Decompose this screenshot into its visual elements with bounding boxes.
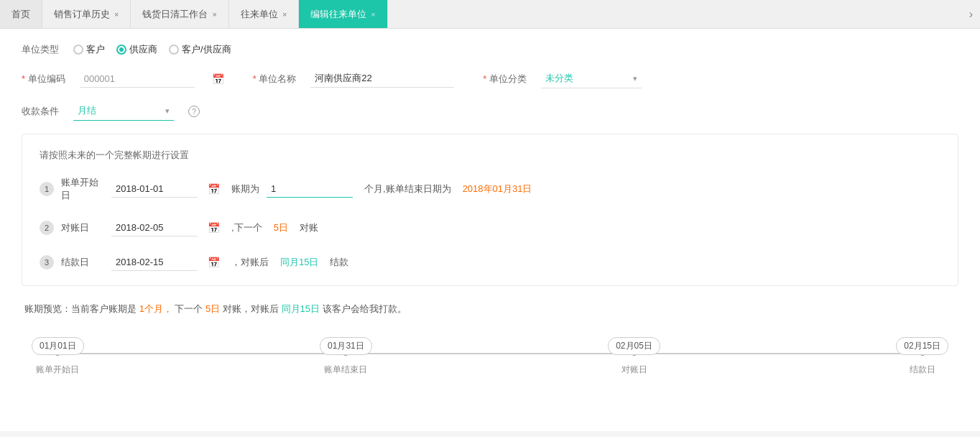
payment-value: 月结 bbox=[78, 104, 162, 117]
radio-supplier-label: 供应商 bbox=[129, 43, 157, 56]
reconcile-suffix-mid: 对账 bbox=[300, 221, 318, 234]
period-suffix-mid: 个月,账单结束日期为 bbox=[364, 183, 451, 196]
category-dropdown-icon: ▾ bbox=[633, 74, 637, 83]
tab-cash-workbench-close[interactable]: × bbox=[212, 10, 216, 19]
payment-date-cal-icon[interactable]: 📅 bbox=[208, 257, 220, 268]
period-row-3-label: 结款日 bbox=[61, 256, 104, 269]
period-row-2-label: 对账日 bbox=[61, 221, 104, 234]
tab-partner-close[interactable]: × bbox=[282, 10, 287, 19]
timeline-point-4: 02月15日 结款日 bbox=[896, 334, 948, 376]
timeline-badge-3: 02月05日 bbox=[608, 337, 660, 355]
timeline-point-2: 01月31日 账单结束日 bbox=[320, 334, 372, 376]
preview-text: 账期预览：当前客户账期是 1个月， 下一个 5日 对账，对账后 同月15日 该客… bbox=[24, 300, 956, 317]
tab-expand-btn[interactable]: › bbox=[962, 0, 980, 28]
period-row-3-num: 3 bbox=[40, 255, 54, 270]
period-row-2: 2 对账日 📅 ,下一个 5日 对账 bbox=[40, 219, 940, 236]
code-input[interactable] bbox=[80, 70, 195, 88]
period-months-input[interactable] bbox=[267, 180, 353, 198]
preview-part3-highlight: 同月15日 bbox=[282, 303, 320, 314]
main-content: 单位类型 客户 供应商 客户/供应商 单位编码 📅 单位名称 单位分类 未分类 … bbox=[0, 29, 980, 431]
period-section: 请按照未来的一个完整帐期进行设置 1 账单开始日 📅 账期为 个月,账单结束日期… bbox=[22, 134, 958, 286]
tab-cash-workbench-label: 钱货日清工作台 bbox=[142, 8, 208, 21]
category-select[interactable]: 未分类 ▾ bbox=[541, 69, 642, 88]
payment-date-input[interactable] bbox=[111, 254, 198, 271]
payment-label: 收款条件 bbox=[22, 105, 59, 118]
tab-home[interactable]: 首页 bbox=[0, 0, 42, 28]
category-value: 未分类 bbox=[545, 72, 630, 85]
payment-day-highlight: 同月15日 bbox=[280, 256, 318, 269]
payment-dropdown-icon: ▾ bbox=[165, 106, 170, 116]
preview-label: 账期预览：当前客户账期是 bbox=[24, 303, 137, 314]
radio-supplier-circle bbox=[116, 45, 126, 55]
timeline-point-3: 02月05日 对账日 bbox=[608, 334, 660, 376]
unit-type-label: 单位类型 bbox=[22, 43, 59, 56]
reconcile-date-input[interactable] bbox=[111, 219, 198, 236]
timeline-container: 01月01日 账单开始日 01月31日 账单结束日 02月05日 对账日 02月… bbox=[24, 334, 956, 376]
name-input[interactable] bbox=[310, 70, 454, 88]
unit-type-radio-group: 客户 供应商 客户/供应商 bbox=[73, 43, 231, 56]
start-date-cal-icon[interactable]: 📅 bbox=[208, 183, 220, 195]
tab-edit-partner[interactable]: 编辑往来单位 × bbox=[299, 0, 387, 28]
radio-both[interactable]: 客户/供应商 bbox=[169, 43, 231, 56]
tab-sales-history-label: 销售订单历史 bbox=[54, 8, 110, 21]
name-label: 单位名称 bbox=[253, 73, 297, 86]
preview-part2-pre: 下一个 bbox=[175, 303, 203, 314]
period-row-2-num: 2 bbox=[40, 221, 54, 235]
timeline-label-3: 对账日 bbox=[621, 364, 647, 376]
code-calendar-icon[interactable]: 📅 bbox=[212, 73, 224, 85]
timeline-badge-2: 01月31日 bbox=[320, 337, 372, 355]
payment-suffix-pre: ，对账后 bbox=[231, 256, 269, 269]
radio-customer-label: 客户 bbox=[86, 43, 105, 56]
radio-customer-circle bbox=[73, 45, 83, 55]
timeline-badge-1: 01月01日 bbox=[32, 337, 84, 355]
payment-select[interactable]: 月结 ▾ bbox=[73, 101, 174, 121]
radio-both-circle bbox=[169, 45, 179, 55]
reconcile-suffix-pre: ,下一个 bbox=[231, 221, 262, 234]
payment-row: 收款条件 月结 ▾ ? bbox=[22, 101, 958, 121]
period-row-1-num: 1 bbox=[40, 182, 54, 196]
preview-part2-highlight: 5日 bbox=[205, 303, 220, 314]
timeline-label-4: 结款日 bbox=[910, 364, 935, 376]
tab-edit-partner-label: 编辑往来单位 bbox=[310, 8, 366, 21]
tab-cash-workbench[interactable]: 钱货日清工作台 × bbox=[131, 0, 228, 28]
reconcile-day-highlight: 5日 bbox=[274, 221, 288, 234]
tab-edit-partner-close[interactable]: × bbox=[371, 10, 375, 19]
period-row-3: 3 结款日 📅 ，对账后 同月15日 结款 bbox=[40, 254, 940, 271]
timeline-point-1: 01月01日 账单开始日 bbox=[32, 334, 84, 376]
timeline-badge-4: 02月15日 bbox=[896, 337, 948, 355]
preview-part1-highlight: 1个月， bbox=[139, 303, 172, 314]
period-row-1-label: 账单开始日 bbox=[61, 176, 104, 202]
timeline-label-1: 账单开始日 bbox=[36, 364, 79, 376]
unit-type-row: 单位类型 客户 供应商 客户/供应商 bbox=[22, 43, 958, 56]
code-label: 单位编码 bbox=[22, 73, 65, 86]
period-row-1: 1 账单开始日 📅 账期为 个月,账单结束日期为 2018年01月31日 bbox=[40, 176, 940, 202]
timeline-label-2: 账单结束日 bbox=[324, 364, 367, 376]
payment-help-icon[interactable]: ? bbox=[188, 106, 200, 117]
tab-home-label: 首页 bbox=[11, 8, 30, 21]
section-instruction: 请按照未来的一个完整帐期进行设置 bbox=[40, 149, 940, 162]
period-suffix-pre: 账期为 bbox=[231, 183, 259, 196]
preview-part3-end: 该客户会给我打款。 bbox=[323, 303, 407, 314]
payment-suffix-mid: 结款 bbox=[330, 256, 348, 269]
reconcile-date-cal-icon[interactable]: 📅 bbox=[208, 222, 220, 234]
code-name-category-row: 单位编码 📅 单位名称 单位分类 未分类 ▾ bbox=[22, 69, 958, 88]
tab-bar: 首页 销售订单历史 × 钱货日清工作台 × 往来单位 × 编辑往来单位 × › bbox=[0, 0, 980, 29]
start-date-input[interactable] bbox=[111, 180, 198, 198]
tab-partner-label: 往来单位 bbox=[241, 8, 278, 21]
tab-partner[interactable]: 往来单位 × bbox=[229, 0, 299, 28]
timeline-points: 01月01日 账单开始日 01月31日 账单结束日 02月05日 对账日 02月… bbox=[32, 334, 948, 376]
category-label: 单位分类 bbox=[483, 73, 527, 86]
period-end-date-highlight: 2018年01月31日 bbox=[463, 183, 532, 196]
tab-sales-history-close[interactable]: × bbox=[114, 10, 119, 19]
radio-customer[interactable]: 客户 bbox=[73, 43, 105, 56]
preview-part2-mid: 对账，对账后 bbox=[223, 303, 279, 314]
radio-supplier[interactable]: 供应商 bbox=[116, 43, 157, 56]
radio-both-label: 客户/供应商 bbox=[182, 43, 231, 56]
tab-sales-history[interactable]: 销售订单历史 × bbox=[42, 0, 131, 28]
